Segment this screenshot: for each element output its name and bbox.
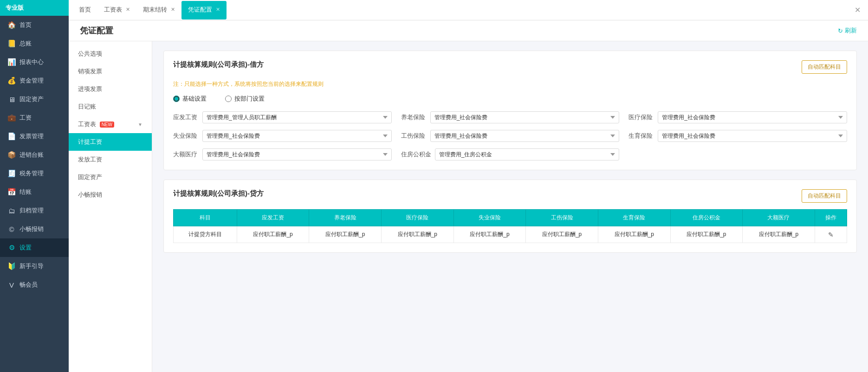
- sidebar-item-label: 固定资产: [19, 95, 44, 103]
- label-medical: 医疗保险: [628, 113, 654, 122]
- col-salary: 应发工资: [237, 210, 309, 226]
- label-unemployment: 失业保险: [173, 132, 199, 140]
- salary-icon: 💼: [7, 114, 16, 122]
- left-nav-journal[interactable]: 日记账: [69, 98, 152, 115]
- tab-period-close[interactable]: 期末结转 ✕: [136, 1, 181, 19]
- tab-voucher-config[interactable]: 凭证配置 ✕: [181, 1, 227, 19]
- radio-basic-input[interactable]: [173, 96, 180, 102]
- credit-table: 科目 应发工资 养老保险 医疗保险 失业保险 工伤保险 生育保险 住房公积金 大…: [173, 209, 847, 243]
- sidebar-item-label: 总账: [19, 39, 32, 48]
- sidebar-item-label: 工资: [19, 114, 32, 122]
- sidebar-item-invoice[interactable]: 📄 发票管理: [0, 127, 69, 146]
- sidebar-item-home[interactable]: 🏠 首页: [0, 16, 69, 34]
- select-salary[interactable]: 管理费用_管理人员职工薪酬: [202, 111, 392, 123]
- left-nav-sales-invoice[interactable]: 销项发票: [69, 63, 152, 80]
- sidebar-item-label: 报表中心: [19, 58, 44, 66]
- edit-icon[interactable]: ✎: [828, 231, 834, 238]
- label-maternity: 生育保险: [628, 132, 654, 140]
- window-close-button[interactable]: ✕: [851, 4, 864, 16]
- sidebar-item-settings[interactable]: ⚙ 设置: [0, 238, 69, 257]
- sidebar-item-assets[interactable]: 🖥 固定资产: [0, 90, 69, 109]
- ledger-icon: 📒: [7, 39, 16, 48]
- left-nav: 公共选项 销项发票 进项发票 日记账 工资表 NEW ▼ 计提工资 发放工资: [69, 41, 152, 372]
- sidebar-item-label: 小畅报销: [19, 225, 44, 233]
- main-content: 计提核算规则(公司承担)-借方 自动匹配科目 注：只能选择一种方式，系统将按照您…: [152, 41, 868, 372]
- table-row: 计提贷方科目 应付职工薪酬_p 应付职工薪酬_p 应付职工薪酬_p 应付职工薪酬…: [174, 226, 847, 243]
- report-icon: 📊: [7, 58, 16, 66]
- label-large-medical: 大额医疗: [173, 150, 199, 159]
- sidebar-item-label: 税务管理: [19, 169, 44, 178]
- sidebar-item-capital[interactable]: 💰 资金管理: [0, 71, 69, 90]
- select-large-medical[interactable]: 管理费用_社会保险费: [202, 148, 392, 160]
- left-nav-xiaochang-expense[interactable]: 小畅报销: [69, 186, 152, 204]
- cell-injury: 应付职工薪酬_p: [526, 226, 598, 243]
- select-housing[interactable]: 管理费用_住房公积金: [435, 148, 620, 160]
- assets-icon: 🖥: [7, 96, 16, 103]
- sidebar-item-tax[interactable]: 🧾 税务管理: [0, 164, 69, 183]
- form-row-pension: 养老保险 管理费用_社会保险费: [401, 111, 620, 123]
- cell-pension: 应付职工薪酬_p: [309, 226, 382, 243]
- col-unemployment: 失业保险: [453, 210, 526, 226]
- sidebar-item-label: 进销台账: [19, 151, 44, 159]
- capital-icon: 💰: [7, 77, 16, 85]
- form-row-salary: 应发工资 管理费用_管理人员职工薪酬: [173, 111, 392, 123]
- chevron-down-icon: ▼: [138, 122, 143, 127]
- left-nav-payroll[interactable]: 计提工资: [69, 133, 152, 151]
- left-nav-issue-salary[interactable]: 发放工资: [69, 151, 152, 168]
- settings-icon: ⚙: [7, 244, 16, 252]
- page-header: 凭证配置 ↻ 刷新: [69, 20, 868, 41]
- sidebar-item-archive[interactable]: 🗂 归档管理: [0, 201, 69, 220]
- tab-salary-table-label: 工资表: [104, 6, 122, 14]
- section1-note: 注：只能选择一种方式，系统将按照您当前的选择来配置规则: [173, 80, 847, 88]
- sidebar-item-label: 资金管理: [19, 77, 44, 85]
- radio-department[interactable]: 按部门设置: [225, 95, 265, 103]
- form-row-injury: 工伤保险 管理费用_社会保险费: [401, 130, 620, 142]
- select-medical[interactable]: 管理费用_社会保险费: [658, 111, 847, 123]
- left-nav-purchase-invoice[interactable]: 进项发票: [69, 80, 152, 98]
- form-row-housing: 住房公积金 管理费用_住房公积金: [401, 148, 620, 160]
- tab-salary-close-icon[interactable]: ✕: [126, 6, 130, 13]
- auto-match-debit-button[interactable]: 自动匹配科目: [802, 60, 847, 74]
- tab-period-close-icon[interactable]: ✕: [171, 6, 175, 13]
- cell-salary: 应付职工薪酬_p: [237, 226, 309, 243]
- sidebar-item-label: 设置: [19, 244, 32, 252]
- refresh-button[interactable]: ↻ 刷新: [838, 26, 857, 35]
- left-nav-salary-table[interactable]: 工资表 NEW ▼: [69, 115, 152, 133]
- cell-medical: 应付职工薪酬_p: [382, 226, 454, 243]
- select-pension[interactable]: 管理费用_社会保险费: [430, 111, 620, 123]
- tab-voucher-config-close-icon[interactable]: ✕: [216, 6, 220, 13]
- auto-match-credit-button[interactable]: 自动匹配科目: [802, 189, 847, 203]
- form-grid: 应发工资 管理费用_管理人员职工薪酬 养老保险 管理费用_社会保险费 医疗保险: [173, 111, 847, 160]
- sidebar-item-report[interactable]: 📊 报表中心: [0, 53, 69, 71]
- radio-department-input[interactable]: [225, 96, 232, 102]
- select-unemployment[interactable]: 管理费用_社会保险费: [202, 130, 392, 142]
- col-housing: 住房公积金: [670, 210, 743, 226]
- select-injury[interactable]: 管理费用_社会保险费: [430, 130, 620, 142]
- sidebar-item-label: 首页: [19, 21, 32, 29]
- cell-action[interactable]: ✎: [815, 226, 847, 243]
- left-nav-public[interactable]: 公共选项: [69, 45, 152, 63]
- col-medical: 医疗保险: [382, 210, 454, 226]
- select-maternity[interactable]: 管理费用_社会保险费: [658, 130, 847, 142]
- sidebar-item-guide[interactable]: 🔰 新手引导: [0, 257, 69, 276]
- sidebar-item-vip[interactable]: V 畅会员: [0, 276, 69, 294]
- radio-basic[interactable]: 基础设置: [173, 95, 207, 103]
- sidebar-item-label: 新手引导: [19, 262, 44, 270]
- tab-salary-table[interactable]: 工资表 ✕: [97, 1, 136, 19]
- tax-icon: 🧾: [7, 169, 16, 178]
- left-nav-fixed-assets[interactable]: 固定资产: [69, 168, 152, 186]
- invoice-icon: 📄: [7, 132, 16, 141]
- section-debit: 计提核算规则(公司承担)-借方 自动匹配科目 注：只能选择一种方式，系统将按照您…: [163, 51, 857, 170]
- archive-icon: 🗂: [7, 207, 16, 215]
- guide-icon: 🔰: [7, 262, 16, 270]
- tab-home[interactable]: 首页: [72, 1, 97, 19]
- sidebar-item-label: 结账: [19, 188, 32, 196]
- sidebar-item-close[interactable]: 📅 结账: [0, 183, 69, 201]
- sidebar-item-salary[interactable]: 💼 工资: [0, 109, 69, 127]
- section2-title: 计提核算规则(公司承担)-贷方: [173, 189, 264, 198]
- sidebar-item-xiaochang[interactable]: © 小畅报销: [0, 220, 69, 238]
- section2-header: 计提核算规则(公司承担)-贷方 自动匹配科目: [173, 189, 847, 203]
- sidebar-item-purchase[interactable]: 📦 进销台账: [0, 146, 69, 164]
- sidebar-item-ledger[interactable]: 📒 总账: [0, 34, 69, 53]
- form-row-large-medical: 大额医疗 管理费用_社会保险费: [173, 148, 392, 160]
